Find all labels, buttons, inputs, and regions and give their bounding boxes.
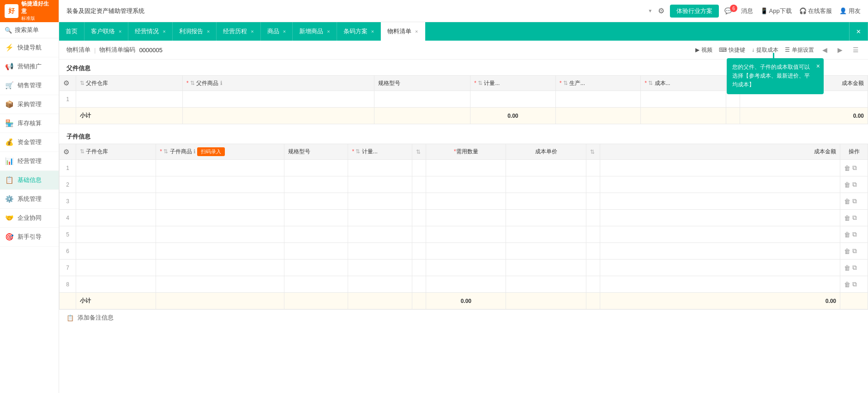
parent-product-cell[interactable] (182, 91, 374, 108)
child-product-cell[interactable] (156, 160, 284, 176)
message-action[interactable]: 💬6 消息 (724, 7, 753, 15)
child-unit-cell[interactable] (348, 210, 412, 226)
child-quantity-cell[interactable] (426, 243, 506, 260)
parent-gear-icon[interactable]: ⚙ (63, 79, 69, 87)
delete-icon[interactable]: 🗑 (844, 181, 850, 188)
child-spec-cell[interactable] (284, 226, 348, 243)
child-product-cell[interactable] (156, 176, 284, 193)
child-sort2-icon[interactable]: ⇅ (590, 149, 595, 155)
child-warehouse-cell[interactable] (76, 260, 156, 276)
trial-btn[interactable]: 体验行业方案 (670, 5, 719, 18)
sidebar-item-quick-nav[interactable]: ⚡ 快捷导航 (0, 38, 59, 57)
child-quantity-cell[interactable] (426, 260, 506, 276)
child-quantity-cell[interactable] (426, 176, 506, 193)
copy-icon[interactable]: ⧉ (852, 181, 857, 188)
sidebar-item-system[interactable]: ⚙️ 系统管理 (0, 190, 59, 209)
sidebar-item-inventory[interactable]: 🏪 库存核算 (0, 114, 59, 133)
child-warehouse-cell[interactable] (76, 276, 156, 293)
child-spec-cell[interactable] (284, 210, 348, 226)
sidebar-item-basic-info[interactable]: 📋 基础信息 (0, 171, 59, 190)
sidebar-item-purchase[interactable]: 📦 采购管理 (0, 95, 59, 114)
child-unit-cost-cell[interactable] (506, 193, 586, 210)
child-warehouse-cell[interactable] (76, 226, 156, 243)
tab-barcode-close[interactable]: × (371, 29, 374, 34)
sidebar-item-finance[interactable]: 💰 资金管理 (0, 133, 59, 152)
tooltip-close-btn[interactable]: × (816, 61, 820, 71)
delete-icon[interactable]: 🗑 (844, 164, 850, 172)
child-product-cell[interactable] (156, 226, 284, 243)
child-info-icon[interactable]: ℹ (193, 148, 196, 155)
view-video-btn[interactable]: ▶ 视频 (695, 46, 712, 54)
child-unit-cell[interactable] (348, 243, 412, 260)
unit-sort[interactable]: ⇅ (478, 80, 484, 86)
child-unit-cost-cell[interactable] (506, 243, 586, 260)
child-product-cell[interactable] (156, 210, 284, 226)
add-note-label[interactable]: 添加备注信息 (78, 314, 114, 322)
child-prod-sort[interactable]: ⇅ (163, 148, 169, 155)
child-product-cell[interactable] (156, 243, 284, 260)
copy-icon[interactable]: ⧉ (852, 280, 857, 288)
sidebar-item-guide[interactable]: 🎯 新手引导 (0, 228, 59, 247)
child-unit-cell[interactable] (348, 193, 412, 210)
tab-home[interactable]: 首页 (59, 22, 84, 41)
child-spec-cell[interactable] (284, 160, 348, 176)
prev-arrow[interactable]: ◀ (820, 45, 829, 54)
search-menu[interactable]: 🔍 搜索菜单 (0, 22, 59, 38)
tab-ops-status[interactable]: 经营情况 × (128, 22, 172, 41)
child-gear-icon[interactable]: ⚙ (63, 148, 69, 156)
child-unit-cost-cell[interactable] (506, 276, 586, 293)
copy-icon[interactable]: ⧉ (852, 164, 857, 172)
scan-btn[interactable]: 扫码录入 (197, 147, 225, 156)
child-warehouse-cell[interactable] (76, 160, 156, 176)
child-product-cell[interactable] (156, 260, 284, 276)
settings-icon[interactable]: ⚙ (658, 6, 664, 15)
menu-icon[interactable]: ☰ (851, 45, 861, 54)
child-product-cell[interactable] (156, 193, 284, 210)
user-avatar[interactable]: 👤 用友 (839, 7, 861, 15)
tab-ops-status-close[interactable]: × (163, 29, 165, 34)
child-wh-sort[interactable]: ⇅ (80, 148, 86, 155)
child-warehouse-cell[interactable] (76, 176, 156, 193)
child-unit-sort[interactable]: ⇅ (356, 148, 362, 155)
delete-icon[interactable]: 🗑 (844, 248, 850, 255)
tab-ops-history[interactable]: 经营历程 × (217, 22, 260, 41)
extract-cost-btn[interactable]: ↓ 提取成本 (752, 46, 778, 54)
child-spec-cell[interactable] (284, 276, 348, 293)
child-spec-cell[interactable] (284, 193, 348, 210)
child-quantity-cell[interactable] (426, 193, 506, 210)
child-unit-cost-cell[interactable] (506, 260, 586, 276)
child-quantity-cell[interactable] (426, 210, 506, 226)
online-service-action[interactable]: 🎧 在线客服 (799, 7, 832, 15)
info-icon[interactable]: ℹ (220, 80, 223, 86)
parent-production-cell[interactable] (555, 91, 641, 108)
delete-icon[interactable]: 🗑 (844, 214, 850, 222)
sidebar-item-operations[interactable]: 📊 经营管理 (0, 152, 59, 171)
tab-bom-close[interactable]: × (415, 29, 418, 34)
parent-unit-cell[interactable] (470, 91, 556, 108)
child-unit-cost-cell[interactable] (506, 160, 586, 176)
child-warehouse-cell[interactable] (76, 243, 156, 260)
child-warehouse-cell[interactable] (76, 210, 156, 226)
child-unit-cell[interactable] (348, 260, 412, 276)
parent-warehouse-sort2[interactable]: ⇅ (190, 80, 196, 86)
tab-close-all[interactable]: ✕ (849, 22, 868, 41)
child-spec-cell[interactable] (284, 260, 348, 276)
parent-cost-cell[interactable] (641, 91, 726, 108)
tab-profit[interactable]: 利润报告 × (173, 22, 217, 41)
tab-goods[interactable]: 商品 × (261, 22, 293, 41)
delete-icon[interactable]: 🗑 (844, 198, 850, 205)
single-setting-btn[interactable]: ☰ 单据设置 (785, 46, 814, 54)
child-unit-cell[interactable] (348, 226, 412, 243)
tab-customer[interactable]: 客户联络 × (84, 22, 128, 41)
tab-profit-close[interactable]: × (207, 29, 210, 34)
sidebar-item-cooperation[interactable]: 🤝 企业协同 (0, 209, 59, 228)
cost-sort[interactable]: ⇅ (648, 80, 654, 86)
delete-icon[interactable]: 🗑 (844, 264, 850, 272)
child-unit-cell[interactable] (348, 160, 412, 176)
sidebar-item-marketing[interactable]: 📢 营销推广 (0, 57, 59, 76)
tab-barcode[interactable]: 条码方案 × (337, 22, 381, 41)
child-unit-cost-cell[interactable] (506, 226, 586, 243)
child-unit-cost-cell[interactable] (506, 176, 586, 193)
child-unit-cost-cell[interactable] (506, 210, 586, 226)
child-product-cell[interactable] (156, 276, 284, 293)
